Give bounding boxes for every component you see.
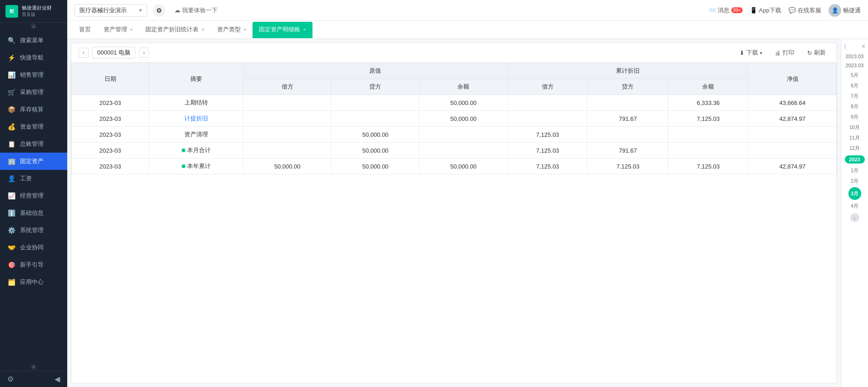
company-selector[interactable]: 医疗器械行业演示 ▾ bbox=[74, 4, 147, 17]
sidebar-item-payroll[interactable]: 👤 工资 bbox=[0, 170, 67, 187]
system-icon: ⚙️ bbox=[7, 227, 15, 234]
tab-home[interactable]: 首页 bbox=[73, 22, 97, 38]
timeline-month-3-active[interactable]: 3月 bbox=[848, 187, 861, 200]
cell-accum-credit: 7,125.03 bbox=[588, 159, 668, 174]
cell-orig-balance: 50,000.00 bbox=[419, 111, 507, 127]
sidebar-item-operations[interactable]: 📈 经营管理 bbox=[0, 187, 67, 204]
timeline-month-1[interactable]: 1月 bbox=[841, 165, 868, 176]
settings-button[interactable]: ⚙ bbox=[153, 4, 165, 17]
timeline-month-2[interactable]: 2月 bbox=[841, 176, 868, 186]
refresh-button[interactable]: ↻ 刷新 bbox=[804, 47, 829, 59]
payroll-icon: 👤 bbox=[7, 175, 15, 182]
tab-asset-mgmt[interactable]: 资产管理 × bbox=[97, 22, 139, 38]
scroll-down-icon: ↓ bbox=[853, 215, 856, 220]
tab-depreciation-close[interactable]: × bbox=[201, 27, 204, 32]
cell-summary: 上期结转 bbox=[149, 95, 243, 111]
cell-accum-debit: 7,125.03 bbox=[507, 143, 588, 159]
topbar: 医疗器械行业演示 ▾ ⚙ ☁ 我要体验一下 📨 消息 99+ 📱 App下载 💬… bbox=[67, 0, 868, 21]
tab-asset-detail[interactable]: 固定资产明细账 × bbox=[253, 22, 312, 38]
tab-depreciation[interactable]: 固定资产折旧统计表 × bbox=[139, 22, 210, 38]
sidebar-item-funds[interactable]: 💰 资金管理 bbox=[0, 118, 67, 135]
tab-asset-detail-label: 固定资产明细账 bbox=[259, 25, 300, 34]
table-wrapper: 日期 摘要 原值 累计折旧 净值 借方 贷方 余额 借方 贷方 余额 bbox=[71, 63, 837, 383]
asset-detail-table: 日期 摘要 原值 累计折旧 净值 借方 贷方 余额 借方 贷方 余额 bbox=[71, 63, 837, 174]
download-button[interactable]: 📱 App下载 bbox=[750, 6, 781, 15]
timeline-month-7[interactable]: 7月 bbox=[841, 91, 868, 101]
next-asset-button[interactable]: › bbox=[139, 48, 149, 58]
sidebar-item-system[interactable]: ⚙️ 系统管理 bbox=[0, 222, 67, 239]
service-button[interactable]: 💬 在线客服 bbox=[789, 6, 821, 15]
timeline-month-12[interactable]: 12月 bbox=[841, 143, 868, 154]
sidebar-item-app-center[interactable]: 🗂️ 应用中心 bbox=[0, 273, 67, 291]
notification-button[interactable]: 📨 消息 99+ bbox=[709, 6, 743, 15]
sidebar-item-ledger[interactable]: 📋 总账管理 bbox=[0, 135, 67, 153]
gear-icon: ⚙ bbox=[156, 7, 162, 14]
tab-asset-type-close[interactable]: × bbox=[243, 27, 246, 32]
sidebar-scroll-up[interactable]: ▲ bbox=[0, 23, 67, 30]
cell-summary[interactable]: 计提折旧 bbox=[149, 111, 243, 127]
dropdown-icon: ▾ bbox=[139, 7, 142, 14]
cell-accum-credit: 791.67 bbox=[588, 143, 668, 159]
download-label: 下载 bbox=[746, 49, 758, 57]
tabs-bar: 首页 资产管理 × 固定资产折旧统计表 × 资产类型 × 固定资产明细账 × bbox=[67, 21, 868, 39]
tab-asset-type[interactable]: 资产类型 × bbox=[211, 22, 253, 38]
close-panel-button[interactable]: × bbox=[862, 43, 865, 50]
cell-accum-balance bbox=[668, 143, 749, 159]
sidebar-item-sales[interactable]: 📊 销售管理 bbox=[0, 66, 67, 84]
service-label: 在线客服 bbox=[798, 6, 821, 15]
cell-accum-debit bbox=[507, 111, 588, 127]
sidebar-item-enterprise[interactable]: 🤝 企业协同 bbox=[0, 239, 67, 256]
cell-accum-balance: 7,125.03 bbox=[668, 111, 749, 127]
timeline-label-1: 2023.03 bbox=[845, 52, 865, 61]
timeline-month-4[interactable]: 4月 bbox=[841, 201, 868, 211]
settings-button[interactable]: ⚙ bbox=[7, 375, 14, 383]
tab-asset-detail-close[interactable]: × bbox=[303, 27, 306, 32]
cell-orig-debit bbox=[243, 127, 332, 143]
user-name: 畅捷通 bbox=[843, 6, 861, 15]
expand-icon[interactable]: ⟨ bbox=[844, 43, 846, 50]
download-button[interactable]: ⬇ 下载 ▾ bbox=[736, 47, 766, 59]
cell-net-value: 42,874.97 bbox=[749, 159, 837, 174]
sidebar-item-quick-nav[interactable]: ⚡ 快捷导航 bbox=[0, 49, 67, 66]
cell-orig-credit: 50,000.00 bbox=[332, 143, 420, 159]
col-original-value: 原值 bbox=[243, 63, 507, 79]
experience-button[interactable]: ☁ 我要体验一下 bbox=[174, 6, 218, 15]
table-row: 2023-03 本月合计 50,000.00 7,125.03 791.67 bbox=[72, 143, 837, 159]
sidebar: 财 畅捷通好业财 普及版 ▲ 🔍 搜索菜单 ⚡ 快捷导航 📊 销售管理 🛒 采购… bbox=[0, 0, 67, 387]
sidebar-item-label: 采购管理 bbox=[20, 88, 44, 96]
timeline-month-8[interactable]: 8月 bbox=[841, 101, 868, 112]
logo-name: 畅捷通好业财 bbox=[22, 5, 52, 11]
sidebar-item-label: 系统管理 bbox=[20, 226, 44, 234]
tab-depreciation-label: 固定资产折旧统计表 bbox=[145, 25, 198, 34]
sidebar-item-inventory[interactable]: 📦 库存核算 bbox=[0, 101, 67, 118]
timeline-month-10[interactable]: 10月 bbox=[841, 122, 868, 133]
sidebar-item-basic-info[interactable]: ℹ️ 基础信息 bbox=[0, 204, 67, 222]
cell-orig-debit bbox=[243, 111, 332, 127]
sidebar-item-label: 基础信息 bbox=[20, 209, 44, 217]
sidebar-scroll-down[interactable]: ▼ bbox=[0, 363, 67, 371]
company-name: 医疗器械行业演示 bbox=[79, 6, 127, 15]
cell-orig-credit: 50,000.00 bbox=[332, 127, 420, 143]
collapse-button[interactable]: ◀ bbox=[55, 375, 60, 383]
timeline-header: ⟨ × bbox=[841, 41, 868, 52]
tab-asset-mgmt-close[interactable]: × bbox=[130, 27, 133, 32]
app-center-icon: 🗂️ bbox=[7, 278, 15, 286]
timeline-month-6[interactable]: 6月 bbox=[841, 80, 868, 91]
timeline-scroll-down[interactable]: ↓ bbox=[850, 213, 859, 222]
sidebar-item-guide[interactable]: 🎯 新手引导 bbox=[0, 256, 67, 273]
timeline-month-9[interactable]: 9月 bbox=[841, 112, 868, 122]
sidebar-item-fixed-assets[interactable]: 🏢 固定资产 bbox=[0, 153, 67, 170]
prev-asset-button[interactable]: ‹ bbox=[79, 48, 89, 58]
timeline-month-11[interactable]: 11月 bbox=[841, 133, 868, 143]
print-button[interactable]: 🖨 打印 bbox=[771, 47, 798, 59]
user-menu[interactable]: 👤 畅捷通 bbox=[828, 4, 861, 17]
timeline-year-2023[interactable]: 2023 bbox=[845, 155, 865, 164]
sidebar-item-search[interactable]: 🔍 搜索菜单 bbox=[0, 32, 67, 49]
col-accum-debit: 借方 bbox=[507, 79, 588, 95]
timeline-month-5[interactable]: 5月 bbox=[841, 70, 868, 80]
experience-label: 我要体验一下 bbox=[182, 6, 218, 15]
cell-date: 2023-03 bbox=[72, 127, 149, 143]
service-icon: 💬 bbox=[789, 7, 796, 14]
col-date: 日期 bbox=[72, 63, 149, 95]
sidebar-item-purchase[interactable]: 🛒 采购管理 bbox=[0, 84, 67, 101]
